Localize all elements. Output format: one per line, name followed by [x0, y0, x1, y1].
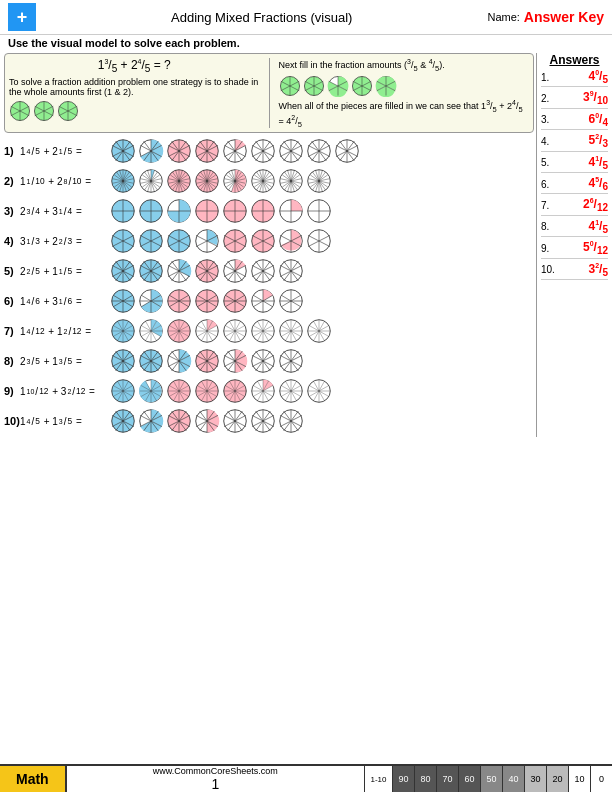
answer-row-1: 1. 40/5: [541, 69, 608, 87]
problem-label-4: 4): [4, 235, 20, 247]
header: + Adding Mixed Fractions (visual) Name: …: [0, 0, 612, 35]
answer-row-3: 3. 60/4: [541, 112, 608, 130]
answer-row-10: 10. 32/5: [541, 262, 608, 280]
problem-row-5: 5) 22/5 + 11/5 =: [4, 257, 534, 285]
score-50: 50: [480, 766, 502, 792]
circles-1: [110, 138, 534, 164]
score-20: 20: [546, 766, 568, 792]
problem-eq-9: 110/12 + 32/12 =: [20, 386, 110, 397]
circles-2: [110, 168, 534, 194]
answer-num-6: 6.: [541, 179, 549, 190]
score-40: 40: [502, 766, 524, 792]
problem-label-7: 7): [4, 325, 20, 337]
answer-num-5: 5.: [541, 157, 549, 168]
problem-eq-8: 23/5 + 13/5 =: [20, 356, 110, 367]
answer-val-10: 32/5: [589, 262, 609, 278]
problem-eq-1: 14/5 + 21/5 =: [20, 146, 110, 157]
problem-label-9: 9): [4, 385, 20, 397]
answer-val-7: 26/12: [583, 197, 608, 213]
circles-8: [110, 348, 534, 374]
problem-row-2: 2) 11/10 + 28/10 =: [4, 167, 534, 195]
problem-label-3: 3): [4, 205, 20, 217]
circles-10: [110, 408, 534, 434]
score-80: 80: [414, 766, 436, 792]
score-range: 1-10: [364, 766, 392, 792]
answer-val-3: 60/4: [589, 112, 609, 128]
problem-row-6: 6) 14/6 + 31/6 =: [4, 287, 534, 315]
problem-row-8: 8) 23/5 + 13/5 =: [4, 347, 534, 375]
circles-5: [110, 258, 534, 284]
footer: Math www.CommonCoreSheets.com 1 1-10 90 …: [0, 764, 612, 792]
problems-area: 13/5 + 24/5 = ? To solve a fraction addi…: [4, 53, 536, 437]
name-label: Name:: [487, 11, 519, 23]
example-circles-frac: [279, 75, 530, 97]
score-30: 30: [524, 766, 546, 792]
score-90: 90: [392, 766, 414, 792]
score-10: 10: [568, 766, 590, 792]
answer-val-5: 41/5: [589, 155, 609, 171]
footer-url: www.CommonCoreSheets.com: [153, 766, 278, 776]
problem-label-10: 10): [4, 415, 20, 427]
answers-title: Answers: [541, 53, 608, 67]
footer-scores: 1-10 90 80 70 60 50 40 30 20 10 0: [364, 766, 612, 792]
logo: +: [8, 3, 36, 31]
problem-eq-10: 14/5 + 13/5 =: [20, 416, 110, 427]
answer-num-1: 1.: [541, 72, 549, 83]
example-circles-whole: [9, 100, 260, 122]
footer-page: 1: [211, 776, 219, 792]
problem-row-3: 3) 23/4 + 31/4 =: [4, 197, 534, 225]
problem-label-6: 6): [4, 295, 20, 307]
problem-eq-4: 31/3 + 22/3 =: [20, 236, 110, 247]
score-0: 0: [590, 766, 612, 792]
answer-row-8: 8. 41/5: [541, 219, 608, 237]
instruction: Use the visual model to solve each probl…: [0, 35, 612, 51]
answer-row-6: 6. 45/6: [541, 176, 608, 194]
circles-3: [110, 198, 534, 224]
problem-label-5: 5): [4, 265, 20, 277]
answer-row-9: 9. 50/12: [541, 240, 608, 258]
answer-num-8: 8.: [541, 221, 549, 232]
footer-math-label: Math: [0, 766, 67, 792]
problem-eq-6: 14/6 + 31/6 =: [20, 296, 110, 307]
problem-eq-5: 22/5 + 11/5 =: [20, 266, 110, 277]
answer-num-9: 9.: [541, 243, 549, 254]
answer-val-9: 50/12: [583, 240, 608, 256]
example-box: 13/5 + 24/5 = ? To solve a fraction addi…: [4, 53, 534, 133]
circles-9: [110, 378, 534, 404]
answers-panel: Answers 1. 40/5 2. 39/10 3. 60/4 4. 52/3…: [536, 53, 608, 437]
problem-label-8: 8): [4, 355, 20, 367]
score-70: 70: [436, 766, 458, 792]
answer-val-2: 39/10: [583, 90, 608, 106]
answer-num-10: 10.: [541, 264, 555, 275]
problem-row-7: 7) 14/12 + 12/12 =: [4, 317, 534, 345]
score-60: 60: [458, 766, 480, 792]
answer-val-8: 41/5: [589, 219, 609, 235]
problem-row-4: 4) 31/3 + 22/3 =: [4, 227, 534, 255]
answer-num-3: 3.: [541, 114, 549, 125]
problem-row-9: 9) 110/12 + 32/12 =: [4, 377, 534, 405]
answer-val-6: 45/6: [589, 176, 609, 192]
answer-row-5: 5. 41/5: [541, 155, 608, 173]
problem-label-1: 1): [4, 145, 20, 157]
problem-label-2: 2): [4, 175, 20, 187]
answer-val-4: 52/3: [589, 133, 609, 149]
answer-row-2: 2. 39/10: [541, 90, 608, 108]
footer-center: www.CommonCoreSheets.com 1: [67, 766, 364, 792]
answer-num-4: 4.: [541, 136, 549, 147]
main-content: 13/5 + 24/5 = ? To solve a fraction addi…: [0, 51, 612, 439]
answer-num-2: 2.: [541, 93, 549, 104]
answer-row-7: 7. 26/12: [541, 197, 608, 215]
answer-val-1: 40/5: [589, 69, 609, 85]
circles-7: [110, 318, 534, 344]
problem-eq-7: 14/12 + 12/12 =: [20, 326, 110, 337]
example-equation: 13/5 + 24/5 = ?: [9, 58, 260, 74]
problem-row-10: 10) 14/5 + 13/5 =: [4, 407, 534, 435]
problem-row-1: 1) 14/5 + 21/5 =: [4, 137, 534, 165]
answer-num-7: 7.: [541, 200, 549, 211]
circles-4: [110, 228, 534, 254]
problem-eq-2: 11/10 + 28/10 =: [20, 176, 110, 187]
answer-key-label: Answer Key: [524, 9, 604, 25]
example-left: 13/5 + 24/5 = ? To solve a fraction addi…: [9, 58, 260, 128]
page-title: Adding Mixed Fractions (visual): [36, 10, 487, 25]
answer-row-4: 4. 52/3: [541, 133, 608, 151]
